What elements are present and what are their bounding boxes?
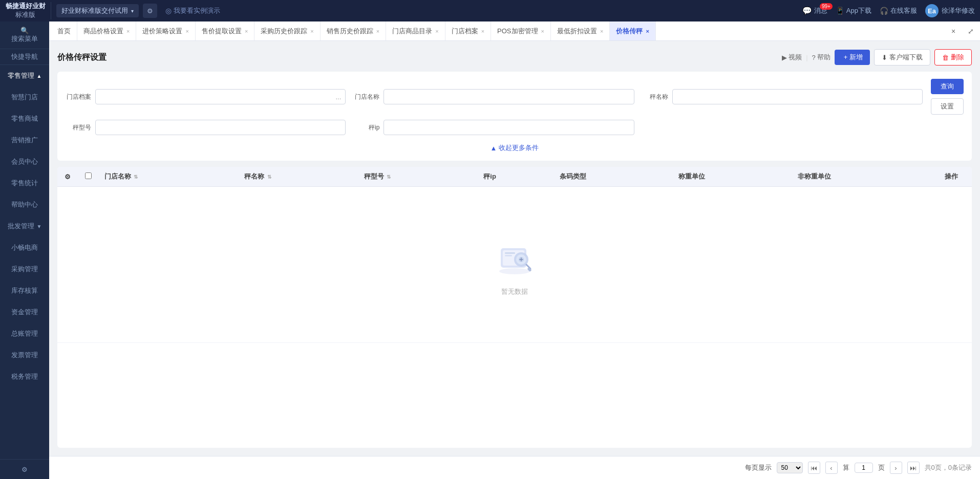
sidebar-item-label: 总账管理 [11, 329, 38, 338]
sidebar-item-marketing[interactable]: 营销推广 [0, 129, 49, 151]
tab-home[interactable]: 首页 [51, 21, 77, 41]
sidebar-item-retail-mgmt[interactable]: 零售管理 ▲ [0, 65, 49, 86]
sidebar-item-smart-store[interactable]: 智慧门店 [0, 86, 49, 108]
sidebar-item-inventory[interactable]: 库存核算 [0, 280, 49, 301]
delete-button[interactable]: 🗑 删除 [934, 49, 972, 66]
sidebar-item-help[interactable]: 帮助中心 [0, 194, 49, 215]
tab-close-icon[interactable]: × [185, 28, 188, 34]
sidebar-search[interactable]: 🔍 搜索菜单 [0, 21, 49, 49]
tab-purchase-strategy[interactable]: 进价策略设置 × [136, 21, 195, 41]
tab-close-all-button[interactable]: × [946, 24, 961, 38]
next-page-button[interactable]: › [890, 462, 902, 474]
column-settings-icon[interactable]: ⚙ [65, 173, 71, 181]
messages-button[interactable]: 💬 消息 99+ [802, 6, 827, 15]
messages-badge: 99+ [820, 3, 833, 10]
demo-label: 我要看实例演示 [174, 6, 220, 15]
ellipsis-icon[interactable]: ... [335, 93, 341, 101]
query-button[interactable]: 查询 [931, 79, 964, 94]
app-download-button[interactable]: 📱 App下载 [836, 6, 871, 15]
tab-close-icon[interactable]: × [646, 28, 649, 34]
download-button[interactable]: ⬇ 客户端下载 [874, 49, 930, 66]
page-input[interactable] [855, 463, 873, 473]
tab-close-icon[interactable]: × [310, 28, 313, 34]
sidebar-item-label: 零售统计 [11, 179, 38, 188]
tab-min-discount[interactable]: 最低折扣设置 × [551, 21, 610, 41]
tab-sale-price[interactable]: 售价提取设置 × [196, 21, 254, 41]
tab-close-icon[interactable]: × [541, 28, 544, 34]
tab-close-icon[interactable]: × [481, 28, 484, 34]
scale-name-label: 秤名称 [643, 93, 668, 101]
prev-page-button[interactable]: ‹ [825, 462, 838, 474]
tab-store-files[interactable]: 门店档案 × [445, 21, 491, 41]
top-bar: 畅捷通好业财 标准版 好业财标准版交付试用 ▾ ⚙ ◎ 我要看实例演示 💬 消息… [0, 0, 980, 21]
sidebar-settings-btn[interactable]: ⚙ [0, 459, 49, 479]
total-info: 共0页，0条记录 [925, 463, 972, 472]
video-link[interactable]: ▶ 视频 [782, 53, 802, 62]
sidebar-item-retail-stats[interactable]: 零售统计 [0, 172, 49, 194]
scale-name-input[interactable] [672, 89, 923, 104]
tab-purchase-history[interactable]: 采购历史价跟踪 × [254, 21, 320, 41]
settings-icon[interactable]: ⚙ [143, 4, 157, 18]
store-file-input[interactable] [100, 89, 341, 104]
tab-close-icon[interactable]: × [245, 28, 248, 34]
scale-ip-input[interactable] [384, 120, 634, 135]
add-button[interactable]: + 新增 [835, 50, 870, 65]
th-scale-name-label: 秤名称 [244, 172, 264, 180]
tab-sale-history[interactable]: 销售历史价跟踪 × [321, 21, 386, 41]
avatar: Ea [925, 4, 939, 17]
th-non-weight-unit-label: 非称重单位 [798, 172, 831, 180]
collapse-button[interactable]: ▲ 收起更多条件 [491, 143, 539, 153]
sidebar-item-purchase[interactable]: 采购管理 [0, 258, 49, 280]
last-page-button[interactable]: ⏭ [907, 462, 920, 474]
sidebar-item-label: 零售商城 [11, 114, 38, 123]
online-service-button[interactable]: 🎧 在线客服 [880, 6, 917, 15]
tab-close-icon[interactable]: × [126, 28, 130, 34]
sidebar-item-label: 库存核算 [11, 286, 38, 295]
sidebar-item-retail-mall[interactable]: 零售商城 [0, 108, 49, 129]
tab-store-catalog[interactable]: 门店商品目录 × [386, 21, 445, 41]
tab-expand-button[interactable]: ⤢ [964, 24, 978, 38]
demo-link[interactable]: ◎ 我要看实例演示 [165, 6, 220, 15]
th-scale-name: 秤名称 ⇅ [238, 167, 358, 187]
tab-close-icon[interactable]: × [376, 28, 379, 34]
tab-close-icon[interactable]: × [600, 28, 603, 34]
help-link[interactable]: ? 帮助 [812, 53, 830, 62]
sidebar-item-wholesale[interactable]: 批发管理 ▼ [0, 215, 49, 237]
scale-model-input[interactable] [95, 120, 346, 135]
th-weight-unit-label: 称重单位 [678, 172, 705, 180]
settings-filter-button[interactable]: 设置 [931, 98, 964, 115]
pagination-bar: 每页显示 50 20 100 ⏮ ‹ 算 页 › ⏭ 共0页，0条记录 [49, 456, 980, 479]
sidebar-item-label: 会员中心 [11, 157, 38, 166]
th-weight-unit: 称重单位 [672, 167, 791, 187]
scale-ip-field: 秤ip [354, 120, 634, 135]
sidebar-item-invoice[interactable]: 发票管理 [0, 344, 49, 366]
sidebar-quick-nav[interactable]: 快捷导航 [0, 49, 49, 65]
store-name-input[interactable] [384, 89, 634, 104]
sidebar-item-tax[interactable]: 税务管理 [0, 366, 49, 387]
tab-bar-actions: × ⤢ [946, 24, 978, 38]
sidebar-item-mini-ecommerce[interactable]: 小畅电商 [0, 237, 49, 258]
sidebar-item-funds[interactable]: 资金管理 [0, 301, 49, 323]
app-icon: 📱 [836, 7, 844, 15]
empty-state-cell: 暂无数据 [57, 187, 972, 343]
tab-price-scale[interactable]: 价格传秤 × [610, 21, 655, 41]
sort-icon: ⇅ [387, 174, 391, 180]
first-page-button[interactable]: ⏮ [808, 462, 820, 474]
page-text: 算 [843, 463, 849, 472]
user-menu[interactable]: Ea 徐泽华修改 [925, 4, 975, 17]
filter-row-1: 门店档案 ... 门店名称 秤名称 [66, 79, 964, 115]
th-ops-label: 操作 [945, 172, 958, 180]
tab-pos[interactable]: POS加密管理 × [491, 21, 551, 41]
tab-goods-price[interactable]: 商品价格设置 × [77, 21, 136, 41]
th-barcode-type-label: 条码类型 [560, 172, 586, 180]
tab-close-icon[interactable]: × [435, 28, 438, 34]
store-file-input-wrapper: ... [95, 89, 346, 104]
sidebar-item-member[interactable]: 会员中心 [0, 151, 49, 172]
empty-illustration [492, 233, 538, 279]
sidebar-item-general-ledger[interactable]: 总账管理 [0, 323, 49, 344]
version-selector[interactable]: 好业财标准版交付试用 ▾ [56, 4, 139, 17]
page-header: 价格传秤设置 ▶ 视频 | ? 帮助 + 新增 [57, 49, 972, 66]
select-all-checkbox[interactable] [85, 172, 92, 179]
per-page-select[interactable]: 50 20 100 [777, 462, 803, 473]
th-scale-model-label: 秤型号 [364, 172, 384, 180]
